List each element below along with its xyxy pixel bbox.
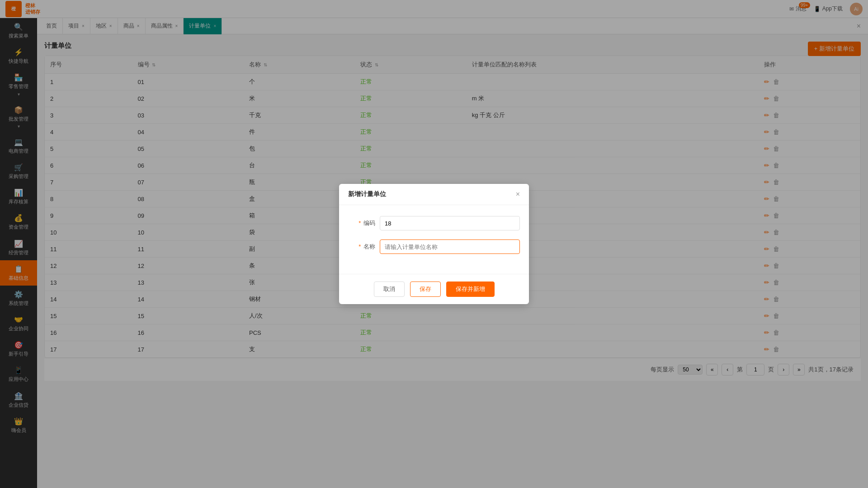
modal-header: 新增计量单位 × [339,184,529,205]
required-marker: * [359,243,361,250]
form-row-code: * 编码 [348,216,520,230]
modal-title: 新增计量单位 [348,190,386,198]
save-button[interactable]: 保存 [410,282,441,297]
modal-footer: 取消 保存 保存并新增 [339,274,529,304]
required-marker: * [359,220,361,226]
modal-body: * 编码 * 名称 [339,205,529,274]
name-label: * 名称 [348,243,375,251]
save-new-button[interactable]: 保存并新增 [446,282,495,297]
code-label: * 编码 [348,219,375,227]
modal-overlay[interactable]: 新增计量单位 × * 编码 * 名称 取消 保存 保存并新增 [0,0,868,488]
code-input[interactable] [380,216,520,230]
add-unit-modal: 新增计量单位 × * 编码 * 名称 取消 保存 保存并新增 [339,184,529,304]
name-input[interactable] [380,239,520,254]
cancel-button[interactable]: 取消 [374,282,405,297]
modal-close-button[interactable]: × [516,190,520,198]
form-row-name: * 名称 [348,239,520,254]
